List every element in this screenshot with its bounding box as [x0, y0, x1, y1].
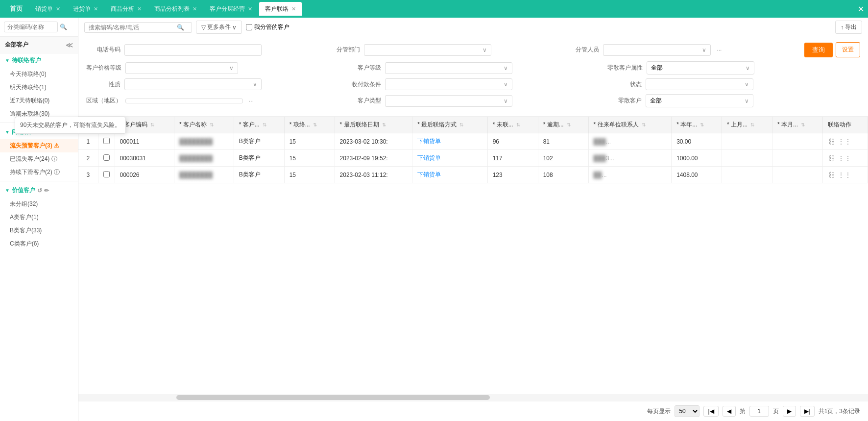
filter-region-dots[interactable]: ··· — [247, 98, 256, 104]
sidebar-item-class-a[interactable]: A类客户(1) — [0, 211, 78, 224]
next-page-btn[interactable]: ▶ — [783, 406, 796, 417]
page-input[interactable] — [749, 406, 769, 417]
filter-phone-input[interactable] — [124, 44, 262, 56]
row1-checkbox[interactable] — [103, 138, 110, 144]
filter-cust-level-select[interactable]: ∨ — [385, 62, 512, 74]
sidebar-group-pending[interactable]: ▼ 待联络客户 — [0, 53, 78, 68]
table-header: ⚙ * 客户编码 ⇅ * 客户名称 ⇅ * 客户... ⇅ * 联络... ⇅ … — [78, 117, 868, 133]
tab-customer-contact-close[interactable]: ✕ — [291, 6, 296, 12]
filter-dept: 分管部门 ∨ — [326, 44, 557, 56]
filter-price-level-select[interactable]: ∨ — [125, 62, 238, 74]
toolbar-search-icon[interactable]: 🔍 — [177, 24, 184, 31]
scrollbar-thumb[interactable] — [176, 395, 490, 400]
sidebar-item-declining[interactable]: 持续下滑客户(2) ⓘ — [0, 166, 78, 179]
tab-home[interactable]: 首页 — [4, 2, 28, 16]
row1-last-month — [722, 133, 772, 150]
col-this-year[interactable]: * 本年... ⇅ — [672, 117, 722, 133]
filter-person-select[interactable]: ∨ — [603, 44, 711, 56]
sidebar-group-value-edit[interactable]: ✏ — [44, 187, 49, 194]
tab-customer-tier[interactable]: 客户分层经营 ✕ — [204, 2, 258, 16]
tab-purchase-close[interactable]: ✕ — [94, 6, 98, 12]
filter-status-select[interactable]: ∨ — [646, 78, 753, 90]
filter-payment-select[interactable]: ∨ — [385, 78, 512, 90]
col-this-month[interactable]: * 本月... ⇅ — [772, 117, 823, 133]
row2-link-icon[interactable]: ⛓ — [828, 154, 835, 162]
col-last-date-sort: ⇅ — [382, 122, 386, 127]
filter-region-select[interactable] — [125, 99, 243, 103]
my-customers-checkbox[interactable]: 我分管的客户 — [246, 23, 289, 31]
tab-analysis[interactable]: 商品分析 ✕ — [105, 2, 147, 16]
col-last-method[interactable]: * 最后联络方式 ⇅ — [412, 117, 488, 133]
row2-grid-icon[interactable]: ⋮⋮ — [838, 154, 851, 162]
sidebar-item-class-b[interactable]: B类客户(33) — [0, 224, 78, 237]
sidebar-group-value[interactable]: ▼ 价值客户 ↺ ✏ — [0, 183, 78, 198]
chevron-down-icon: ∨ — [232, 24, 237, 31]
row3-checkbox[interactable] — [103, 171, 110, 177]
filter-row-4: 区域（地区） ··· 客户类型 ∨ 零散客户 全部 — [86, 94, 860, 107]
row1-link-icon[interactable]: ⛓ — [828, 138, 835, 146]
filter-person-dots[interactable]: ··· — [715, 47, 723, 53]
sidebar-search-icon[interactable]: 🔍 — [60, 24, 67, 30]
my-customers-check[interactable] — [246, 24, 252, 30]
filter-cust-type-select[interactable]: ∨ — [385, 95, 512, 107]
filter-nature-select[interactable]: ∨ — [124, 78, 262, 90]
sidebar-collapse-icon[interactable]: ≪ — [66, 41, 73, 49]
first-page-btn[interactable]: |◀ — [703, 406, 718, 417]
tab-close-all[interactable]: ✕ — [858, 4, 864, 14]
sidebar-item-unclassified[interactable]: 未分组(32) — [0, 198, 78, 211]
row3-grid-icon[interactable]: ⋮⋮ — [838, 171, 851, 179]
tab-sales-close[interactable]: ✕ — [56, 6, 60, 12]
col-overdue[interactable]: * 逾期... ⇅ — [538, 117, 588, 133]
filter-scatter-cust-select[interactable]: 全部 ∨ — [646, 94, 753, 107]
row2-checkbox[interactable] — [103, 154, 110, 161]
prev-page-btn[interactable]: ◀ — [723, 406, 736, 417]
last-page-btn[interactable]: ▶| — [800, 406, 815, 417]
sidebar-item-7days[interactable]: 近7天待联络(0) — [0, 94, 78, 107]
sidebar-item-churned[interactable]: 已流失客户(24) ⓘ — [0, 152, 78, 166]
more-conditions-btn[interactable]: ▽ 更多条件 ∨ — [196, 21, 242, 34]
tab-analysis-list[interactable]: 商品分析列表 ✕ — [148, 2, 203, 16]
sidebar-item-today[interactable]: 今天待联络(0) — [0, 68, 78, 81]
filter-scatter-attr-select[interactable]: 全部 ∨ — [647, 61, 754, 74]
tab-customer-contact[interactable]: 客户联络 ✕ — [259, 2, 302, 16]
filter-dept-select[interactable]: ∨ — [364, 44, 491, 56]
row3-check[interactable] — [98, 167, 115, 183]
tab-purchase[interactable]: 进货单 ✕ — [67, 2, 104, 16]
filter-cust-type-label: 客户类型 — [347, 97, 381, 105]
row2-code: 00030031 — [115, 150, 174, 167]
export-btn[interactable]: ↑ 导出 — [835, 21, 862, 34]
filter-icon: ▽ — [201, 24, 206, 31]
row2-type: B类客户 — [234, 150, 284, 167]
sidebar-item-churn-warning[interactable]: 流失预警客户(3) ⚠ — [0, 139, 78, 152]
row1-check[interactable] — [98, 133, 115, 150]
col-unlinkd[interactable]: * 未联... ⇅ — [487, 117, 538, 133]
col-last-month[interactable]: * 上月... ⇅ — [722, 117, 772, 133]
tab-sales[interactable]: 销货单 ✕ — [29, 2, 66, 16]
col-name[interactable]: * 客户名称 ⇅ — [174, 117, 234, 133]
col-liaison[interactable]: * 往来单位联系人 ⇅ — [588, 117, 672, 133]
tab-customer-tier-close[interactable]: ✕ — [248, 6, 252, 12]
col-last-date[interactable]: * 最后联络日期 ⇅ — [335, 117, 412, 133]
row3-last-method[interactable]: 下销货单 — [412, 167, 488, 183]
per-page-select[interactable]: 50 100 200 — [675, 405, 699, 417]
horizontal-scrollbar[interactable] — [78, 394, 868, 401]
row1-grid-icon[interactable]: ⋮⋮ — [838, 138, 851, 146]
filter-price-level-arrow: ∨ — [229, 65, 234, 72]
settings-btn[interactable]: 设置 — [836, 42, 860, 57]
sidebar-item-class-c[interactable]: C类客户(6) — [0, 237, 78, 250]
row2-check[interactable] — [98, 150, 115, 167]
tab-analysis-close[interactable]: ✕ — [137, 6, 142, 12]
row3-link-icon[interactable]: ⛓ — [828, 171, 835, 179]
toolbar-search-input[interactable] — [89, 24, 177, 31]
row2-unlinkd: 117 — [487, 150, 538, 167]
sidebar-search-input[interactable] — [4, 22, 58, 32]
tab-analysis-list-close[interactable]: ✕ — [193, 6, 197, 12]
row1-this-month — [772, 133, 823, 150]
col-type[interactable]: * 客户... ⇅ — [234, 117, 284, 133]
row1-last-method[interactable]: 下销货单 — [412, 133, 488, 150]
row2-last-method[interactable]: 下销货单 — [412, 150, 488, 167]
col-contact-num[interactable]: * 联络... ⇅ — [284, 117, 335, 133]
query-btn[interactable]: 查询 — [804, 43, 833, 57]
sidebar-group-value-refresh[interactable]: ↺ — [37, 187, 42, 194]
sidebar-item-tomorrow[interactable]: 明天待联络(1) — [0, 81, 78, 94]
